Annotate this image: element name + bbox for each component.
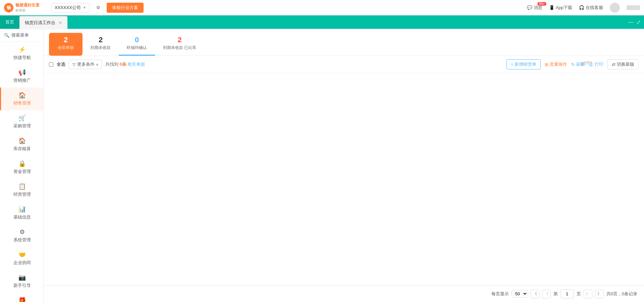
batch-icon: ⊞ — [545, 62, 548, 67]
first-page-button[interactable]: 《 — [531, 290, 539, 298]
guide-icon: 📷 — [18, 274, 26, 281]
filter-icon: ▽ — [72, 62, 76, 67]
sidebar-item-guide[interactable]: 📷 新手引导 — [0, 270, 43, 293]
per-page-label: 每页显示 — [491, 291, 509, 297]
sidebar: 🔍 搜索菜单 ⚡ 快捷导航 📢 营销推广 🏠 销售管理 🛒 采购管理 🏠 库存核… — [0, 29, 44, 302]
app-download-item[interactable]: 📱 App下载 — [549, 5, 572, 11]
stat-tab-pending[interactable]: 0 旺铺待确认 — [119, 33, 155, 56]
sidebar-item-marketing[interactable]: 📢 营销推广 — [0, 65, 43, 87]
switch-icon: ⇄ — [612, 62, 615, 67]
message-item[interactable]: 💬 消息 99+ — [527, 5, 542, 11]
header-right: 💬 消息 99+ 📱 App下载 🎧 在线客服 — [527, 3, 640, 13]
sidebar-search[interactable]: 🔍 搜索菜单 — [0, 29, 43, 42]
main-layout: 🔍 搜索菜单 ⚡ 快捷导航 📢 营销推广 🏠 销售管理 🛒 采购管理 🏠 库存核… — [0, 29, 644, 302]
sidebar-item-app-center[interactable]: 🎁 应用中心 — [0, 293, 43, 302]
message-badge: 99+ — [537, 2, 546, 6]
sidebar-item-purchase[interactable]: 🛒 采购管理 — [0, 110, 43, 133]
refresh-icon: ↻ — [571, 62, 575, 67]
sidebar-item-enterprise[interactable]: 🤝 企业协同 — [0, 247, 43, 270]
tab-work-bench[interactable]: 钱货日清工作台 ✕ — [19, 16, 67, 29]
related-link[interactable]: 相关单据 — [127, 62, 145, 67]
found-text: 共找到 0条 相关单据 — [105, 61, 145, 67]
sidebar-item-basic-info[interactable]: 📊 基础信息 — [0, 201, 43, 224]
dropdown-arrow-icon: ▼ — [83, 6, 86, 9]
page-input[interactable] — [560, 290, 574, 298]
content-inner: 2 全部单据 2 到期未收款 0 旺铺待确认 2 到期未收款 已出库 — [44, 29, 644, 302]
tab-home[interactable]: 首页 — [0, 15, 19, 29]
filter-button[interactable]: ▽ 更多条件 ∨ — [69, 60, 102, 69]
sidebar-item-system[interactable]: ⚙ 系统管理 — [0, 224, 43, 247]
user-name[interactable] — [627, 5, 640, 10]
app-download-label: App下载 — [556, 5, 572, 11]
logo-icon: 畅 — [4, 3, 13, 12]
batch-operation-button[interactable]: ⊞ 批量操作 — [545, 61, 567, 67]
purchase-icon: 🛒 — [18, 114, 26, 122]
prev-page-button[interactable]: 〈 — [542, 290, 551, 298]
sidebar-item-finance[interactable]: 🔒 资金管理 — [0, 156, 43, 179]
per-page-select[interactable]: 50 — [512, 290, 528, 298]
tab-bar: 首页 钱货日清工作台 ✕ — ⤢ — [0, 15, 644, 29]
select-all-label: 全选 — [57, 61, 65, 67]
stat-tab-all[interactable]: 2 全部单据 — [49, 33, 83, 56]
select-all-checkbox[interactable] — [49, 62, 53, 67]
tab-close-icon[interactable]: ✕ — [59, 20, 62, 25]
stat-tab-overdue-shipped[interactable]: 2 到期未收款 已出库 — [155, 33, 204, 56]
found-count: 0条 — [120, 62, 126, 67]
print-button[interactable]: 🖨 打印 — [589, 61, 603, 67]
sidebar-item-quick-nav[interactable]: ⚡ 快捷导航 — [0, 42, 43, 65]
total-label: 共0页，0条记录 — [606, 291, 637, 297]
pagination: 每页显示 50 《 〈 第 页 〉 》 共0页，0条记录 — [44, 285, 644, 302]
stat-tab-overdue[interactable]: 2 到期未收款 — [83, 33, 119, 56]
marketing-icon: 📢 — [18, 69, 26, 76]
app-download-icon: 📱 — [549, 5, 554, 10]
filter-label: 更多条件 — [77, 61, 95, 67]
user-avatar[interactable] — [610, 3, 620, 13]
message-icon: 💬 — [527, 5, 532, 10]
quick-nav-icon: ⚡ — [18, 46, 26, 53]
enterprise-icon: 🤝 — [18, 251, 26, 258]
next-page-button[interactable]: 〉 — [584, 290, 592, 298]
refresh-button[interactable]: ↻ 刷新 — [571, 61, 585, 67]
basic-info-icon: 📊 — [18, 205, 26, 213]
tab-maximize-icon[interactable]: ⤢ — [636, 19, 641, 25]
service-icon: 🎧 — [579, 5, 584, 10]
page-label: 第 — [553, 291, 558, 297]
app-center-icon: 🎁 — [18, 297, 26, 302]
search-icon: 🔍 — [4, 33, 9, 38]
operations-icon: 📋 — [18, 183, 26, 190]
filter-arrow-icon: ∨ — [96, 63, 98, 66]
sidebar-item-sales[interactable]: 🏠 销售管理 — [0, 87, 43, 110]
page-suffix: 页 — [577, 291, 581, 297]
table-area — [44, 73, 644, 285]
sales-icon: 🏠 — [18, 92, 26, 99]
last-page-button[interactable]: 》 — [595, 290, 604, 298]
tab-bar-controls: — ⤢ — [628, 19, 644, 25]
system-icon: ⚙ — [19, 228, 25, 236]
tab-minimize-icon[interactable]: — — [628, 19, 634, 25]
top-header: 畅 畅捷通好生意 标准版 XXXXXX公司 ▼ ⚙ 体验行业方案 💬 消息 99… — [0, 0, 644, 15]
logo-text: 畅捷通好生意 标准版 — [15, 3, 40, 12]
trial-button[interactable]: 体验行业方案 — [107, 3, 144, 13]
toolbar-right: + 新增销货单 ⊞ 批量操作 ↻ 刷新 🖨 打印 ⇄ — [506, 59, 639, 69]
settings-icon[interactable]: ⚙ — [93, 3, 103, 13]
stats-tabs: 2 全部单据 2 到期未收款 0 旺铺待确认 2 到期未收款 已出库 — [44, 29, 644, 56]
company-selector[interactable]: XXXXXX公司 ▼ — [51, 3, 90, 12]
online-service-label: 在线客服 — [586, 5, 603, 11]
logo-area: 畅 畅捷通好生意 标准版 — [4, 3, 48, 12]
add-sales-order-button[interactable]: + 新增销货单 — [506, 59, 541, 69]
content-area: 2 全部单据 2 到期未收款 0 旺铺待确认 2 到期未收款 已出库 — [44, 29, 644, 302]
finance-icon: 🔒 — [18, 160, 26, 167]
company-name: XXXXXX公司 — [55, 5, 81, 11]
toolbar: 全选 ▽ 更多条件 ∨ 共找到 0条 相关单据 + 新增销货单 — [44, 56, 644, 73]
switch-version-button[interactable]: ⇄ 切换新版 — [607, 59, 639, 69]
online-service-item[interactable]: 🎧 在线客服 — [579, 5, 603, 11]
print-icon: 🖨 — [589, 62, 593, 67]
toolbar-left: 全选 ▽ 更多条件 ∨ 共找到 0条 相关单据 — [49, 60, 503, 69]
inventory-icon: 🏠 — [18, 137, 26, 144]
sidebar-item-inventory[interactable]: 🏠 库存核算 — [0, 133, 43, 156]
sidebar-item-operations[interactable]: 📋 经营管理 — [0, 179, 43, 201]
